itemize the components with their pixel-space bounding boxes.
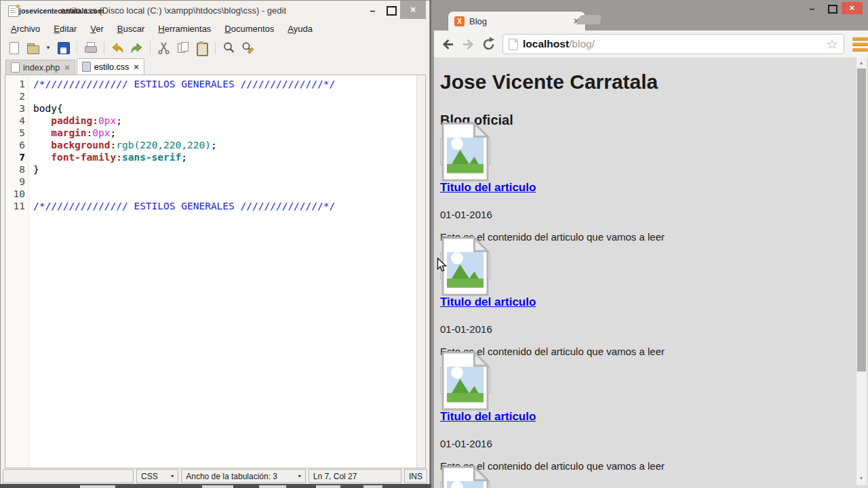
broken-image[interactable]: [440, 482, 490, 488]
article-list: Titulo del articulo01-01-2016Esto es el …: [440, 138, 862, 488]
close-icon[interactable]: ×: [842, 2, 863, 14]
article-date: 01-01-2016: [440, 209, 862, 220]
code-line: [33, 188, 416, 200]
broken-image[interactable]: [440, 367, 490, 394]
menu-item-buscar[interactable]: Buscar: [111, 22, 151, 36]
scroll-down-icon[interactable]: ▼: [856, 473, 866, 483]
caret-icon[interactable]: ▾: [45, 41, 52, 55]
close-icon[interactable]: ×: [400, 1, 426, 19]
article-date: 01-01-2016: [440, 323, 862, 335]
minimize-icon[interactable]: –: [802, 2, 822, 14]
line-number: 9: [5, 176, 25, 188]
file-icon: [82, 62, 91, 72]
menu-item-ayuda[interactable]: Ayuda: [281, 22, 319, 36]
new-tab-button[interactable]: [576, 15, 603, 24]
browser-window: – × X Blog × localhost/blog/ ☆ Jose Vice…: [431, 0, 868, 488]
line-number: 5: [5, 127, 25, 139]
tab-close-icon[interactable]: ×: [134, 62, 139, 71]
tab-close-icon[interactable]: ×: [64, 63, 70, 72]
menu-item-herramientas[interactable]: Herramientas: [151, 22, 218, 36]
taskbar-item[interactable]: [316, 485, 340, 488]
tab-title: Blog: [469, 16, 569, 26]
scroll-up-icon[interactable]: ▲: [856, 58, 866, 68]
article-title-link[interactable]: Titulo del articulo: [440, 296, 536, 308]
browser-menu-icon[interactable]: [852, 37, 868, 52]
tab-label: index.php: [23, 63, 60, 73]
article-title: Titulo del articulo: [440, 296, 862, 309]
code-line: margin:0px;: [33, 127, 416, 139]
article-title: Titulo del articulo: [440, 410, 862, 424]
taskbar-sliver: [0, 484, 431, 488]
save-icon[interactable]: [56, 41, 71, 55]
article-title-link[interactable]: Titulo del articulo: [440, 181, 536, 194]
toolbar-separator: [215, 41, 216, 54]
url-bar[interactable]: localhost/blog/ ☆: [502, 34, 844, 54]
maximize-icon[interactable]: [822, 2, 842, 14]
forward-icon[interactable]: [459, 35, 477, 54]
gedit-window: estilo.css (Disco local (C:) \xampp\htdo…: [0, 0, 430, 485]
url-path: /blog/: [569, 38, 595, 49]
article: Titulo del articulo01-01-2016Esto es el …: [440, 138, 862, 243]
language-dropdown[interactable]: CSS ▾: [136, 469, 178, 483]
cursor-position: Ln 7, Col 27: [309, 469, 401, 483]
line-number: 7: [5, 151, 25, 163]
code-line: background:rgb(220,220,220);: [33, 139, 416, 151]
gedit-menubar: ArchivoEditarVerBuscarHerramientasDocume…: [1, 20, 429, 37]
article-title-link[interactable]: Titulo del articulo: [440, 410, 536, 423]
cut-icon[interactable]: [157, 41, 171, 55]
line-number: 2: [5, 90, 25, 102]
gedit-app-icon: [8, 5, 19, 17]
menu-item-editar[interactable]: Editar: [47, 22, 83, 36]
browser-tab[interactable]: X Blog ×: [448, 12, 585, 30]
search-icon[interactable]: [222, 41, 236, 55]
code-line: [33, 176, 416, 188]
editor-tab-estilo.css[interactable]: estilo.css×: [77, 58, 144, 75]
article-excerpt: Esto es el contenido del articulo que va…: [440, 231, 862, 243]
broken-image[interactable]: [440, 253, 490, 279]
tab-width-dropdown[interactable]: Ancho de la tabulación: 3 ▾: [181, 469, 305, 483]
bookmark-star-icon[interactable]: ☆: [826, 37, 838, 51]
gedit-titlebar[interactable]: estilo.css (Disco local (C:) \xampp\htdo…: [1, 1, 429, 20]
editor-gutter: 1234567891011: [5, 75, 29, 468]
editor-scrollbar[interactable]: [416, 75, 425, 468]
taskbar-item[interactable]: [363, 485, 382, 488]
editor-code[interactable]: /*////////////// ESTILOS GENERALES /////…: [29, 75, 416, 468]
copy-icon[interactable]: [176, 41, 190, 55]
article: Titulo del articulo01-01-2016Esto es el …: [440, 253, 862, 357]
reload-icon[interactable]: [479, 35, 498, 54]
replace-icon[interactable]: [241, 41, 255, 55]
new-icon[interactable]: [7, 41, 21, 55]
line-number: 10: [5, 188, 25, 200]
print-icon[interactable]: [83, 41, 98, 55]
menu-item-documentos[interactable]: Documentos: [218, 22, 281, 36]
line-number: 8: [5, 163, 25, 176]
paste-icon[interactable]: [195, 41, 209, 55]
xampp-favicon-icon: X: [454, 16, 465, 26]
menu-item-archivo[interactable]: Archivo: [4, 22, 47, 36]
page-title: Jose Vicente Carratala: [440, 70, 862, 94]
editor-tab-index.php[interactable]: index.php×: [5, 60, 75, 75]
redo-icon[interactable]: [130, 41, 144, 55]
line-number: 11: [5, 200, 25, 212]
scrollbar-thumb[interactable]: [857, 68, 866, 371]
back-icon[interactable]: [439, 35, 457, 54]
taskbar-item[interactable]: [80, 485, 115, 488]
article-date: 01-01-2016: [440, 438, 862, 449]
toolbar-separator: [77, 41, 77, 54]
minimize-icon[interactable]: –: [363, 1, 382, 19]
open-icon[interactable]: [26, 41, 40, 55]
editor-area[interactable]: 1234567891011 /*////////////// ESTILOS G…: [5, 75, 426, 468]
taskbar-item[interactable]: [202, 485, 233, 488]
code-line: font-family:sans-serif;: [33, 151, 416, 163]
code-line: body{: [33, 102, 416, 115]
undo-icon[interactable]: [111, 41, 125, 55]
taskbar-item[interactable]: [259, 485, 286, 488]
file-icon: [11, 62, 20, 73]
line-number: 4: [5, 115, 25, 127]
toolbar-separator: [150, 41, 151, 54]
browser-toolbar: localhost/blog/ ☆: [434, 30, 868, 58]
maximize-icon[interactable]: [382, 1, 400, 19]
page-scrollbar[interactable]: ▲ ▼: [856, 58, 867, 485]
broken-image[interactable]: [440, 138, 490, 165]
menu-item-ver[interactable]: Ver: [83, 22, 111, 36]
